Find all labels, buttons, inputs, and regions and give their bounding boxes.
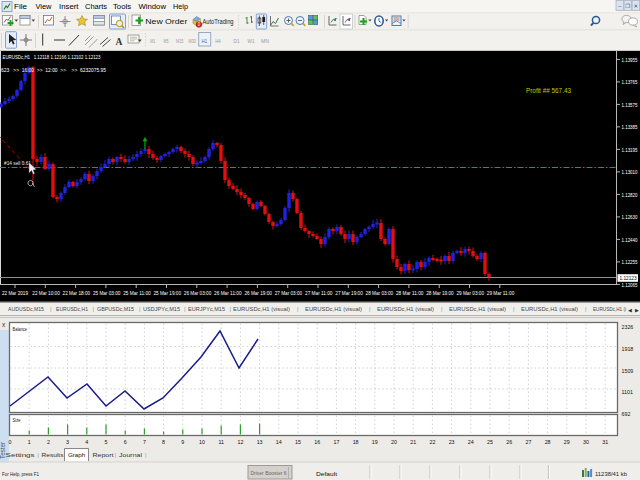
svg-text:22 Mar 18:00: 22 Mar 18:00 xyxy=(63,290,91,296)
svg-text:11: 11 xyxy=(218,439,224,445)
svg-text:22 Mar 10:00: 22 Mar 10:00 xyxy=(32,290,60,296)
svg-text:25 Mar 11:00: 25 Mar 11:00 xyxy=(123,290,151,296)
svg-text:Results: Results xyxy=(42,451,64,458)
svg-text:692: 692 xyxy=(622,411,631,417)
svg-text:18: 18 xyxy=(353,439,359,445)
svg-text:24: 24 xyxy=(468,439,474,445)
svg-text:26 Mar 11:00: 26 Mar 11:00 xyxy=(214,290,242,296)
svg-text:Driver Booster 6: Driver Booster 6 xyxy=(251,470,287,476)
svg-text:Window: Window xyxy=(139,3,168,10)
svg-text:A: A xyxy=(116,37,123,47)
svg-text:EURUSDc,H1 1.12118 1.12166 1: EURUSDc,H1 1.12118 1.12166 1.12102 1.121… xyxy=(3,54,101,60)
svg-text:1.13955: 1.13955 xyxy=(622,57,638,63)
svg-text:25 Mar 03:00: 25 Mar 03:00 xyxy=(93,290,121,296)
svg-text:Report: Report xyxy=(93,451,114,458)
svg-text:1.12123: 1.12123 xyxy=(620,275,637,281)
svg-text:27 Mar 11:00: 27 Mar 11:00 xyxy=(305,290,333,296)
svg-text:1.13195: 1.13195 xyxy=(622,147,638,153)
svg-text:25: 25 xyxy=(487,439,493,445)
svg-text:22 Mar 2019: 22 Mar 2019 xyxy=(2,290,28,296)
svg-text:17: 17 xyxy=(333,439,339,445)
svg-text:Graph: Graph xyxy=(68,451,86,458)
svg-text:16: 16 xyxy=(314,439,320,445)
svg-text:View: View xyxy=(36,3,53,10)
svg-text:2: 2 xyxy=(47,439,50,445)
svg-text:1.13385: 1.13385 xyxy=(622,124,638,130)
svg-text:1918: 1918 xyxy=(622,346,634,352)
svg-text:EURUSDc,H1 (visual): EURUSDc,H1 (visual) xyxy=(233,306,290,312)
svg-text:Tools: Tools xyxy=(113,3,132,10)
svg-text:1.12440: 1.12440 xyxy=(622,237,638,243)
svg-text:20: 20 xyxy=(391,439,397,445)
svg-text:M1: M1 xyxy=(150,38,155,44)
svg-text:9: 9 xyxy=(181,439,184,445)
svg-text:7: 7 xyxy=(143,439,146,445)
svg-text:◀: ◀ xyxy=(628,307,632,313)
svg-text:12: 12 xyxy=(237,439,243,445)
svg-text:GBPUSDc,M15: GBPUSDc,M15 xyxy=(97,306,135,312)
svg-text:EURUSDc,H1 (i: EURUSDc,H1 (i xyxy=(593,306,626,312)
svg-text:EURUSDc,H1 (visual): EURUSDc,H1 (visual) xyxy=(377,306,434,312)
svg-text:File: File xyxy=(14,3,27,10)
svg-text:Profit ## 567.43: Profit ## 567.43 xyxy=(526,87,571,94)
svg-text:25 Mar 19:00: 25 Mar 19:00 xyxy=(154,290,182,296)
svg-text:3: 3 xyxy=(66,439,69,445)
svg-text:Size: Size xyxy=(13,417,21,423)
svg-text:29 Mar 03:00: 29 Mar 03:00 xyxy=(457,290,485,296)
svg-text:29: 29 xyxy=(564,439,570,445)
svg-text:28: 28 xyxy=(545,439,551,445)
svg-text:23: 23 xyxy=(449,439,455,445)
svg-text:14: 14 xyxy=(276,439,282,445)
svg-text:5: 5 xyxy=(105,439,108,445)
svg-text:30: 30 xyxy=(583,439,589,445)
svg-text:13: 13 xyxy=(257,439,263,445)
svg-text:#14 sell 0.61: #14 sell 0.61 xyxy=(4,160,31,166)
svg-text:26 Mar 03:00: 26 Mar 03:00 xyxy=(184,290,212,296)
svg-text:EURUSDc,H1: EURUSDc,H1 xyxy=(56,306,89,312)
svg-text:28 Mar 03:00: 28 Mar 03:00 xyxy=(366,290,394,296)
svg-text:1.13010: 1.13010 xyxy=(622,169,638,175)
svg-text:Balance: Balance xyxy=(13,326,28,332)
svg-text:MN: MN xyxy=(261,38,269,44)
svg-text:EURUSDc,H1 (visual): EURUSDc,H1 (visual) xyxy=(449,306,506,312)
svg-text:▶: ▶ xyxy=(635,307,639,313)
svg-text:22: 22 xyxy=(429,439,435,445)
svg-text:USDJPYc,M15: USDJPYc,M15 xyxy=(143,306,181,312)
svg-text:1509: 1509 xyxy=(622,368,634,374)
svg-text:EURJPYc,M15: EURJPYc,M15 xyxy=(188,306,226,312)
svg-text:❐: ❐ xyxy=(625,3,630,9)
svg-text:4: 4 xyxy=(85,439,88,445)
svg-text:31: 31 xyxy=(602,439,608,445)
svg-text:19: 19 xyxy=(372,439,378,445)
svg-text:1.13765: 1.13765 xyxy=(622,79,638,85)
svg-text:Charts: Charts xyxy=(85,3,108,10)
svg-text:1.12630: 1.12630 xyxy=(622,214,638,220)
svg-text:27 Mar 03:00: 27 Mar 03:00 xyxy=(275,290,303,296)
svg-text:1.13575: 1.13575 xyxy=(622,102,638,108)
svg-text:EURUSDc,H1 (visual): EURUSDc,H1 (visual) xyxy=(305,306,362,312)
svg-text:Journal: Journal xyxy=(119,451,142,458)
svg-text:10: 10 xyxy=(199,439,205,445)
svg-text:1101: 1101 xyxy=(622,389,633,395)
svg-text:1: 1 xyxy=(28,439,31,445)
svg-text:1.12255: 1.12255 xyxy=(622,259,638,265)
svg-text:W1: W1 xyxy=(248,38,255,44)
svg-text:28 Mar 19:00: 28 Mar 19:00 xyxy=(426,290,454,296)
svg-text:28 Mar 11:00: 28 Mar 11:00 xyxy=(396,290,424,296)
svg-text:Settings: Settings xyxy=(6,451,35,458)
svg-text:New Order: New Order xyxy=(145,18,188,25)
svg-text:M30: M30 xyxy=(189,38,196,44)
svg-text:✕: ✕ xyxy=(634,3,639,9)
svg-text:623 >> 16:00 >> 12:00 >>: 623 >> 16:00 >> 12:00 >> >> 6232075.95 xyxy=(1,67,106,73)
svg-text:15: 15 xyxy=(295,439,301,445)
svg-text:0: 0 xyxy=(9,439,12,445)
svg-text:11238/41 kb: 11238/41 kb xyxy=(595,471,627,477)
svg-text:27: 27 xyxy=(525,439,531,445)
svg-text:6: 6 xyxy=(124,439,127,445)
svg-text:M5: M5 xyxy=(164,38,169,44)
svg-text:EURUSDc,H1 (visual): EURUSDc,H1 (visual) xyxy=(521,306,578,312)
svg-text:Help: Help xyxy=(173,3,188,11)
svg-text:D1: D1 xyxy=(234,38,240,44)
svg-text:27 Mar 19:00: 27 Mar 19:00 xyxy=(335,290,363,296)
svg-text:1.12065: 1.12065 xyxy=(622,282,638,288)
